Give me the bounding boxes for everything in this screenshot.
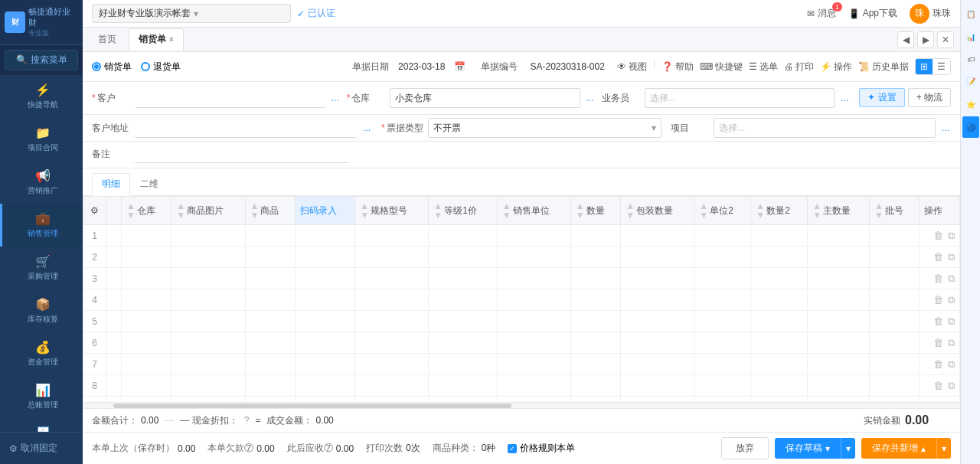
sale-type-radio[interactable]: 销货单 [92,60,132,74]
tab-prev-button[interactable]: ◀ [897,31,914,48]
delete-icon[interactable]: 🗑 [933,273,943,285]
sidebar-item-purchase[interactable]: 🛒 采购管理 [0,247,83,289]
tab-detail[interactable]: 明细 [92,173,130,196]
salesperson-dots-button[interactable]: ... [839,93,850,103]
save-new-arrow-button[interactable]: ▾ [936,438,951,459]
sidebar-item-inventory[interactable]: 📦 库存核算 [0,289,83,332]
table-row: 1🗑⧉ [83,225,960,247]
return-type-radio[interactable]: 退货单 [141,60,181,74]
print-button[interactable]: 🖨 打印 [784,58,814,75]
copy-icon[interactable]: ⧉ [948,230,955,242]
price-rule-checkbox[interactable]: 价格规则本单 [508,442,575,455]
project-input[interactable]: 选择... [714,118,936,138]
help-button[interactable]: ❓ 帮助 [662,58,694,75]
delete-icon[interactable]: 🗑 [933,294,943,306]
search-menu-button[interactable]: 🔍 搜索菜单 [5,50,78,70]
scrollbar-thumb[interactable] [113,404,511,408]
cancel-fixed-label: 取消固定 [21,442,57,455]
note-field-row: 备注 [92,145,349,163]
company-selector[interactable]: 好业财专业版演示帐套 ▾ [92,4,291,23]
checkbox-checked-icon [508,444,517,453]
save-draft-button[interactable]: 保存草稿 ▾ [775,438,841,459]
copy-icon[interactable]: ⧉ [948,273,955,285]
settings-column-header[interactable]: ⚙ [83,197,106,225]
view-button[interactable]: 👁 视图 [617,58,647,75]
save-draft-arrow-button[interactable]: ▾ [841,438,855,459]
set-button[interactable]: ✦ 设置 [859,88,904,107]
select-button[interactable]: ☰ 选单 [749,58,778,75]
customer-label: 客户 [92,92,130,105]
sidebar-nav: ⚡ 快捷导航 📁 项目合同 📢 营销推广 💼 销售管理 🛒 采购管理 📦 库存核… [0,75,83,432]
customer-field-row: 客户 ... [92,88,341,108]
customer-dots-button[interactable]: ... [330,93,341,103]
copy-icon[interactable]: ⧉ [948,315,955,328]
copy-icon[interactable]: ⧉ [948,294,955,306]
right-panel-btn-2[interactable]: 📊 [962,26,979,47]
right-panel-btn-4[interactable]: 📝 [962,70,979,92]
user-menu[interactable]: 珠 珠珠 [910,4,951,24]
copy-icon[interactable]: ⧉ [948,337,955,349]
delete-icon[interactable]: 🗑 [933,380,943,392]
add-logistics-button[interactable]: + 物流 [908,88,951,107]
project-dots-button[interactable]: ... [940,123,951,133]
detail-tab-label: 明细 [102,178,120,189]
copy-icon[interactable]: ⧉ [948,358,955,371]
project-label: 项目合同 [28,142,58,153]
customer-input[interactable] [135,88,325,108]
save-new-button[interactable]: 保存并新增 ▴ [861,438,936,459]
message-button[interactable]: ✉ 1 消息 [807,7,836,20]
note-input[interactable] [135,145,349,163]
right-panel-btn-6[interactable]: 🔵 [962,116,979,138]
delete-icon[interactable]: 🗑 [933,230,943,242]
doc-date-value[interactable]: 2023-03-18 [398,61,445,72]
right-panel-btn-5[interactable]: ⭐ [962,93,979,115]
sidebar-item-invoice[interactable]: 🧾 发票管理 [0,418,83,432]
history-button[interactable]: 📜 历史单据 [858,58,909,75]
qty2-col-label: 数量2 [766,204,790,217]
topbar: 好业财专业版演示帐套 ▾ ✓ 已认证 ✉ 1 消息 📱 App下载 珠 珠珠 [83,0,960,28]
equals-sign: = [255,415,260,426]
tab-close-all-button[interactable]: ✕ [937,31,954,48]
company-name: 好业财专业版演示帐套 [99,7,191,20]
help-icon[interactable]: ? [244,415,250,426]
view-label: 视图 [629,60,647,74]
sidebar-bottom-item[interactable]: ⚙ 取消固定 [5,437,78,459]
address-dots-button[interactable]: ... [361,123,372,133]
right-panel-btn-1[interactable]: 📋 [962,3,979,25]
delete-icon[interactable]: 🗑 [933,358,943,371]
list-view-button[interactable]: ☰ [933,59,950,74]
delete-icon[interactable]: 🗑 [933,251,943,263]
grid-view-button[interactable]: ⊞ [916,59,933,74]
copy-icon[interactable]: ⧉ [948,251,955,263]
sidebar-item-project[interactable]: 📁 项目合同 [0,118,83,161]
abandon-button[interactable]: 放弃 [721,437,769,459]
spec-col-label: 规格型号 [371,204,407,217]
sidebar-item-marketing[interactable]: 📢 营销推广 [0,161,83,204]
tab-2d[interactable]: 二维 [130,173,168,195]
sidebar-item-funds[interactable]: 💰 资金管理 [0,332,83,375]
tab-sales-order[interactable]: 销货单 × [129,28,184,51]
horizontal-scrollbar[interactable] [83,402,960,408]
funds-label: 资金管理 [28,357,58,368]
tab-close-button[interactable]: × [169,35,174,44]
invoice-select[interactable]: 不开票 ▾ [428,118,662,138]
right-panel-btn-3[interactable]: 🏷 [962,49,979,69]
shortcut-button[interactable]: ⌨ 快捷键 [700,58,743,75]
salesperson-input[interactable]: 选择... [645,88,835,108]
cert-icon: ✓ [297,8,305,19]
warehouse-dots-button[interactable]: ... [585,93,596,103]
app-download-button[interactable]: 📱 App下载 [848,7,897,20]
settings-icon: ⚙ [90,205,99,216]
warehouse-input[interactable]: 小卖仓库 [390,88,580,108]
tab-home[interactable]: 首页 [89,29,126,50]
sidebar-item-quicknav[interactable]: ⚡ 快捷导航 [0,75,83,118]
sidebar-item-accounting[interactable]: 📊 总账管理 [0,375,83,418]
tab-next-button[interactable]: ▶ [917,31,934,48]
operate-button[interactable]: ⚡ 操作 [820,58,852,75]
copy-icon[interactable]: ⧉ [948,380,955,392]
address-input[interactable] [135,118,357,138]
sidebar-item-sales[interactable]: 💼 销售管理 [0,204,83,247]
delete-icon[interactable]: 🗑 [933,315,943,328]
eye-icon: 👁 [617,61,626,72]
delete-icon[interactable]: 🗑 [933,337,943,349]
